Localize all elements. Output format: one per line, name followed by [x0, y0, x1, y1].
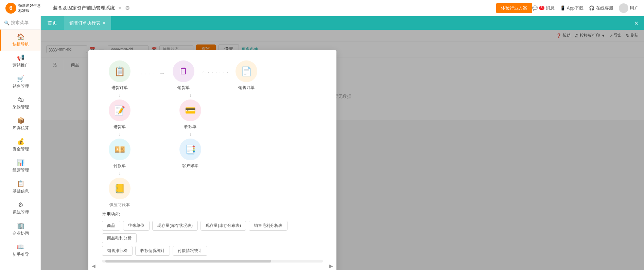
- sidebar-item-sales[interactable]: 🛒 销售管理: [0, 72, 40, 93]
- customer-ledger-label: 客户账本: [182, 163, 198, 169]
- supplier-ledger-icon: 📒: [109, 178, 130, 199]
- purchase-icon: 🛍: [18, 96, 24, 103]
- purchase-bill-label: 进货单: [114, 124, 126, 130]
- arrow-down-2: ↓: [118, 131, 121, 137]
- flow-node-sales-order[interactable]: 📄 销售订单: [236, 60, 257, 91]
- sales-order-icon: 📄: [236, 60, 257, 82]
- sales-bill-icon: 🗒: [173, 60, 194, 82]
- tab-sales-order[interactable]: 销售订单执行表 ✕: [64, 16, 111, 30]
- flow-node-purchase-order[interactable]: 📋 进货订单: [109, 60, 130, 91]
- cf-btn-stock-distribution[interactable]: 现存量(库存分布表): [201, 221, 246, 231]
- tab-bar: 首页 销售订单执行表 ✕ ✕: [41, 16, 644, 30]
- payment-bill-icon: 💴: [109, 139, 130, 160]
- arrow-down-1: ↓: [118, 92, 121, 98]
- trial-button[interactable]: 体验行业方案: [496, 3, 532, 13]
- logo-area: 6 畅康通好生意 标准版: [5, 3, 46, 14]
- scroll-left-arrow[interactable]: ◀: [92, 263, 95, 269]
- arrow-down-customer: ↓: [189, 131, 192, 137]
- logo-text: 畅康通好生意 标准版: [18, 3, 41, 13]
- sales-bill-label: 销货单: [177, 85, 190, 91]
- sidebar-item-system[interactable]: ⚙ 系统管理: [0, 198, 40, 219]
- quick-nav-icon: 🏠: [17, 33, 24, 40]
- content-area: 首页 销售订单执行表 ✕ ✕ ❓ 帮助 🖨 按模板打印 ▼: [41, 16, 644, 270]
- arrow-down-3: ↓: [118, 170, 121, 176]
- tab-close-icon[interactable]: ✕: [102, 21, 106, 25]
- quick-nav-modal: 📋 进货订单 ↓ 📝 进货单 ↓: [88, 50, 336, 270]
- app-download-button[interactable]: 📱 App下载: [560, 5, 584, 11]
- flow-node-supplier-ledger[interactable]: 📒 供应商账本: [109, 178, 130, 208]
- header-right: 💬 5 消息 📱 App下载 🎧 在线客服 用户: [532, 3, 639, 13]
- purchase-order-label: 进货订单: [111, 85, 128, 91]
- payment-bill-label: 付款单: [114, 163, 126, 169]
- modal-scrollbar[interactable]: [102, 260, 323, 263]
- flow-node-payment-bill[interactable]: 💴 付款单: [109, 139, 130, 169]
- sidebar-item-finance[interactable]: 💰 资金管理: [0, 134, 40, 156]
- online-service-button[interactable]: 🎧 在线客服: [589, 5, 613, 11]
- main-layout: 🔍 搜索菜单 🏠 快捷导航 📢 营销推广 🛒 销售管理 🛍 采购管理 📦 库存核…: [0, 16, 644, 270]
- inventory-icon: 📦: [17, 117, 24, 124]
- arrow-down-sales: ↓: [189, 92, 192, 98]
- sidebar-item-inventory[interactable]: 📦 库存核算: [0, 113, 40, 134]
- avatar: [619, 3, 628, 13]
- finance-icon: 💰: [17, 138, 24, 145]
- purchase-order-icon: 📋: [109, 60, 130, 82]
- cf-btn-sales-ranking[interactable]: 销售排行榜: [102, 246, 133, 256]
- beginner-icon: 📖: [17, 243, 24, 251]
- sidebar-item-marketing[interactable]: 📢 营销推广: [0, 51, 40, 72]
- customer-ledger-icon: 📑: [179, 139, 201, 160]
- supplier-ledger-label: 供应商账本: [109, 202, 130, 208]
- receipt-bill-label: 收款单: [184, 124, 196, 130]
- cf-buttons-row1: 商品 往来单位 现存量(库存状况表) 现存量(库存分布表) 销售毛利分析表 商品…: [102, 221, 323, 243]
- operations-icon: 📊: [17, 159, 24, 166]
- modal-overlay[interactable]: 📋 进货订单 ↓ 📝 进货单 ↓: [41, 30, 644, 270]
- sidebar-item-enterprise[interactable]: 🏢 企业协同: [0, 219, 40, 240]
- tab-home[interactable]: 首页: [41, 16, 64, 30]
- sidebar-item-purchase[interactable]: 🛍 采购管理: [0, 93, 40, 113]
- logo-icon: 6: [5, 3, 16, 14]
- system-icon: ⚙: [18, 201, 23, 209]
- marketing-icon: 📢: [17, 54, 24, 61]
- cf-buttons-row2: 销售排行榜 收款情况统计 付款情况统计: [102, 246, 323, 256]
- system-title: 装备及固定资产辅助管理系统 ▼ ⚙: [53, 5, 496, 11]
- cf-btn-product[interactable]: 商品: [102, 221, 120, 231]
- scrollbar-thumb: [105, 260, 271, 263]
- cf-title: 常用功能: [102, 211, 323, 217]
- sidebar-search[interactable]: 🔍 搜索菜单: [0, 16, 40, 30]
- flow-node-receipt-bill[interactable]: 💳 收款单: [179, 100, 201, 130]
- close-window-button[interactable]: ✕: [629, 16, 644, 30]
- flow-node-customer-ledger[interactable]: 📑 客户账本: [179, 139, 201, 169]
- cf-btn-receipt-stats[interactable]: 收款情况统计: [135, 246, 170, 256]
- user-menu[interactable]: 用户: [619, 3, 639, 13]
- page-content: ❓ 帮助 🖨 按模板打印 ▼ ↗ 导出 ↻ 刷新: [41, 30, 644, 270]
- basic-info-icon: 📋: [17, 180, 24, 187]
- purchase-bill-icon: 📝: [109, 100, 130, 121]
- cf-btn-payment-stats[interactable]: 付款情况统计: [173, 246, 207, 256]
- sidebar-item-quick-nav[interactable]: 🏠 快捷导航: [0, 30, 40, 51]
- common-functions: 常用功能 商品 往来单位 现存量(库存状况表) 现存量(库存分布表) 销售毛利分…: [102, 211, 323, 256]
- sales-icon: 🛒: [17, 75, 24, 83]
- cf-btn-sales-analysis[interactable]: 销售毛利分析表: [249, 221, 288, 231]
- top-header: 6 畅康通好生意 标准版 装备及固定资产辅助管理系统 ▼ ⚙ 体验行业方案 💬 …: [0, 0, 644, 16]
- flow-node-sales-bill[interactable]: 🗒 销货单: [173, 60, 194, 91]
- sidebar-item-operations[interactable]: 📊 经营管理: [0, 156, 40, 177]
- cf-btn-stock-status[interactable]: 现存量(库存状况表): [152, 221, 198, 231]
- cf-btn-partners[interactable]: 往来单位: [123, 221, 150, 231]
- sidebar-item-beginner[interactable]: 📖 新手引导: [0, 240, 40, 261]
- enterprise-icon: 🏢: [17, 222, 24, 230]
- flow-diagram: 📋 进货订单 ↓ 📝 进货单 ↓: [102, 60, 323, 208]
- sidebar-item-basic-info[interactable]: 📋 基础信息: [0, 177, 40, 198]
- cf-btn-product-profit[interactable]: 商品毛利分析: [102, 233, 137, 243]
- receipt-bill-icon: 💳: [179, 100, 201, 121]
- flow-node-purchase-bill[interactable]: 📝 进货单: [109, 100, 130, 130]
- sales-order-label: 销售订单: [238, 85, 255, 91]
- scroll-right-arrow[interactable]: ▶: [329, 263, 333, 269]
- sidebar: 🔍 搜索菜单 🏠 快捷导航 📢 营销推广 🛒 销售管理 🛍 采购管理 📦 库存核…: [0, 16, 41, 270]
- message-button[interactable]: 💬 5 消息: [532, 5, 555, 11]
